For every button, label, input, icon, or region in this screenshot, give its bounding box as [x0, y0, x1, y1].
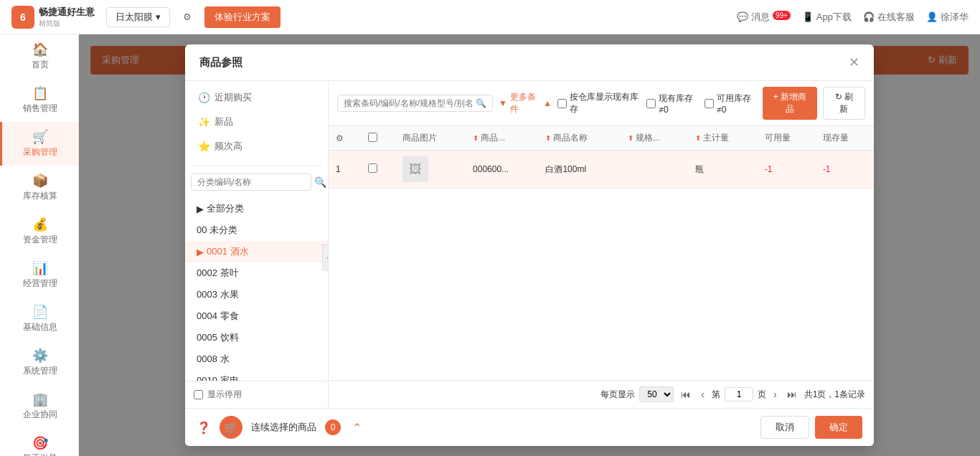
- last-page-button[interactable]: ⏭: [784, 387, 800, 402]
- show-disabled-label[interactable]: 显示停用: [207, 389, 242, 401]
- checkbox-stock-neq0[interactable]: 现有库存≠0: [646, 92, 699, 115]
- modal-close-button[interactable]: ✕: [849, 54, 859, 70]
- trial-button[interactable]: 体验行业方案: [204, 6, 281, 28]
- sidebar-item-enterprise[interactable]: 🏢 企业协同: [0, 384, 78, 428]
- category-item-0005[interactable]: 0005 饮料: [185, 327, 328, 348]
- settings-icon[interactable]: ⚙: [176, 6, 199, 29]
- user-nav-item[interactable]: 👤 徐泽华: [926, 11, 969, 24]
- category-item-all[interactable]: ▶ 全部分类: [185, 198, 328, 219]
- chevron-up-icon: ▲: [543, 98, 552, 108]
- category-item-0002[interactable]: 0002 茶叶: [185, 262, 328, 284]
- category-item-0001[interactable]: ▶ 0001 酒水: [185, 241, 328, 262]
- category-item-0004[interactable]: 0004 零食: [185, 305, 328, 327]
- enterprise-icon: 🏢: [32, 391, 48, 407]
- tab-recent[interactable]: 🕐 近期购买: [191, 87, 322, 108]
- available-neq0-checkbox[interactable]: [705, 99, 714, 108]
- tab-new[interactable]: ✨ 新品: [191, 111, 322, 133]
- cell-no: 1: [329, 151, 361, 189]
- message-badge: 99+: [773, 11, 791, 20]
- top-nav: 6 畅捷通好生意 精简版 日太阳膜 ▾ ⚙ 体验行业方案 💬 消息 99+ 📱 …: [0, 0, 980, 34]
- col-available: 可用量: [758, 126, 816, 151]
- modal-title: 商品参照: [199, 56, 242, 70]
- category-search-icon[interactable]: 🔍: [314, 176, 326, 188]
- cart-count: 0: [325, 419, 341, 435]
- cart-icon[interactable]: 🛒: [220, 416, 242, 439]
- sidebar-item-operations[interactable]: 📊 经营管理: [0, 253, 78, 297]
- col-settings[interactable]: ⚙: [329, 126, 361, 151]
- left-tabs: 🕐 近期购买 ✨ 新品 ⭐ 频次高: [185, 81, 328, 163]
- category-item-0008[interactable]: 0008 水: [185, 348, 328, 370]
- modal-left-footer: 显示停用: [185, 381, 328, 408]
- inventory-icon: 📦: [32, 173, 48, 189]
- modal-toolbar: 🔍 ▼ 更多条件 ▲ 按仓库显示现有库存: [329, 81, 874, 126]
- filter-button[interactable]: ▼ 更多条件 ▲: [499, 91, 552, 115]
- stock-neq0-checkbox[interactable]: [646, 99, 656, 108]
- app-download-nav-item[interactable]: 📱 App下载: [802, 11, 852, 24]
- product-table: ⚙ 商品图片: [329, 126, 874, 189]
- collapse-panel-button[interactable]: «: [322, 244, 329, 270]
- product-search-input[interactable]: [344, 98, 473, 108]
- cell-name: 白酒100ml: [538, 151, 620, 189]
- toolbar-right: + 新增商品 ↻ 刷新: [763, 87, 865, 120]
- star-icon: ⭐: [198, 141, 210, 152]
- online-service-nav-item[interactable]: 🎧 在线客服: [863, 11, 915, 24]
- logo-text: 畅捷通好生意 精简版: [39, 6, 95, 29]
- modal-overlay: 商品参照 ✕ 🕐 近期购买 ✨: [79, 34, 980, 456]
- cancel-button[interactable]: 取消: [760, 416, 809, 439]
- sales-icon: 📋: [32, 85, 48, 101]
- category-list: ▶ 全部分类 00 未分类 ▶ 0001 酒水 0002 茶: [185, 195, 328, 381]
- modal-right-panel: 🔍 ▼ 更多条件 ▲ 按仓库显示现有库存: [329, 81, 874, 408]
- cart-label: 连续选择的商品: [251, 421, 316, 434]
- modal-body: 🕐 近期购买 ✨ 新品 ⭐ 频次高: [185, 81, 874, 408]
- next-page-button[interactable]: ›: [771, 387, 780, 402]
- filter-icon: ▼: [499, 98, 507, 108]
- purchase-icon: 🛒: [32, 129, 48, 145]
- sidebar-item-guide[interactable]: 🎯 新手引导: [0, 428, 78, 456]
- refresh-button[interactable]: ↻ 刷新: [823, 87, 865, 120]
- category-search-input[interactable]: [191, 174, 311, 191]
- product-table-wrap: ⚙ 商品图片: [329, 126, 874, 380]
- sidebar-item-inventory[interactable]: 📦 库存核算: [0, 166, 78, 209]
- category-item-0003[interactable]: 0003 水果: [185, 284, 328, 305]
- guide-icon: 🎯: [32, 435, 48, 451]
- sort-name-icon: ⬆: [545, 134, 551, 142]
- sidebar-item-system[interactable]: ⚙️ 系统管理: [0, 341, 78, 384]
- sidebar-item-basic[interactable]: 📄 基础信息: [0, 297, 78, 341]
- col-code[interactable]: ⬆ 商品...: [466, 126, 538, 151]
- headphone-icon: 🎧: [863, 11, 875, 22]
- per-page-select[interactable]: 50: [639, 386, 674, 402]
- expand-0001-icon: ▶: [197, 247, 204, 257]
- row-checkbox[interactable]: [368, 163, 377, 173]
- checkbox-warehouse[interactable]: 按仓库显示现有库存: [557, 91, 641, 115]
- first-page-button[interactable]: ⏮: [678, 387, 694, 402]
- footer-collapse-icon[interactable]: ⌃: [352, 421, 362, 434]
- sidebar-item-purchase[interactable]: 🛒 采购管理: [0, 122, 78, 166]
- confirm-button[interactable]: 确定: [815, 416, 862, 439]
- new-icon: ✨: [198, 116, 210, 128]
- message-nav-item[interactable]: 💬 消息 99+: [737, 11, 791, 24]
- warehouse-checkbox[interactable]: [557, 99, 567, 108]
- modal-footer: ❓ 🛒 连续选择的商品 0 ⌃ 取消 确定: [185, 408, 874, 446]
- add-product-button[interactable]: + 新增商品: [763, 87, 817, 120]
- page-input[interactable]: [725, 387, 753, 402]
- col-name[interactable]: ⬆ 商品名称: [538, 126, 620, 151]
- cell-checkbox[interactable]: [361, 151, 395, 189]
- sidebar-item-finance[interactable]: 💰 资金管理: [0, 209, 78, 253]
- col-unit[interactable]: ⬆ 主计量: [688, 126, 758, 151]
- help-icon[interactable]: ❓: [197, 421, 211, 434]
- sidebar-item-home[interactable]: 🏠 首页: [0, 34, 78, 78]
- show-disabled-checkbox[interactable]: [194, 390, 203, 399]
- tab-frequent[interactable]: ⭐ 频次高: [191, 136, 322, 157]
- sidebar-item-sales[interactable]: 📋 销售管理: [0, 78, 78, 122]
- product-search-icon[interactable]: 🔍: [476, 98, 486, 108]
- table-row[interactable]: 1 🖼 000600... 白酒100ml: [329, 151, 874, 189]
- checkbox-available-neq0[interactable]: 可用库存≠0: [705, 92, 757, 115]
- category-item-00[interactable]: 00 未分类: [185, 219, 328, 241]
- prev-page-button[interactable]: ‹: [698, 387, 707, 402]
- nav-dropdown[interactable]: 日太阳膜 ▾: [106, 7, 170, 27]
- select-all-checkbox[interactable]: [368, 133, 377, 142]
- category-item-0010[interactable]: 0010 家电: [185, 370, 328, 381]
- col-spec[interactable]: ⬆ 规格...: [621, 126, 688, 151]
- cell-stock: -1: [816, 151, 874, 189]
- home-icon: 🏠: [32, 42, 48, 57]
